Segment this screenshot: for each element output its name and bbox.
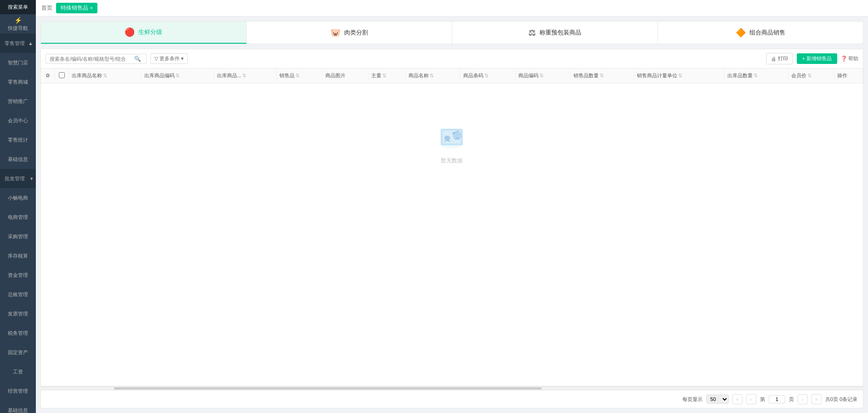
filter-label: 更多条件 (159, 55, 180, 62)
empty-text: 暂无数据 (441, 157, 463, 165)
sidebar-item-ecom-mgmt[interactable]: 电商管理 (0, 207, 36, 227)
print-button[interactable]: 🖨 打印 (766, 53, 793, 64)
sidebar-item-mini-ecom[interactable]: 小畅电商 (0, 188, 36, 207)
search-input[interactable] (50, 56, 132, 62)
sidebar-item-sales-promo[interactable]: 营销推广 (0, 92, 36, 111)
topbar-tab-close-icon[interactable]: × (90, 6, 93, 11)
th-out-goods-code[interactable]: 出库商品编码⇅ (141, 69, 214, 83)
th-member-price[interactable]: 会员价⇅ (789, 69, 834, 83)
th-goods-barcode[interactable]: 商品条码⇅ (460, 69, 516, 83)
horizontal-scrollbar-thumb[interactable] (114, 387, 542, 390)
category-tab-label: 肉类分割 (344, 29, 368, 37)
sort-icon: ⇅ (176, 73, 180, 78)
category-tab-weigh-pack[interactable]: ⚖ 称重预包装商品 (452, 22, 658, 44)
first-page-button[interactable]: « (732, 394, 743, 404)
sidebar-item-member-center[interactable]: 会员中心 (0, 111, 36, 130)
sidebar-item-retail-stats[interactable]: 零售统计 (0, 130, 36, 149)
sidebar-item-wholesale-mgmt[interactable]: 批发管理 ▾ (0, 169, 36, 188)
page-suffix: 页 (789, 396, 794, 403)
next-page-button[interactable]: › (798, 394, 808, 404)
sidebar-item-fixed-assets[interactable]: 固定资产 (0, 343, 36, 362)
search-icon: 🔍 (134, 56, 141, 62)
category-tab-meat-cut[interactable]: 🐷 肉类分割 (247, 22, 453, 44)
sidebar-item-retail-mall[interactable]: 零售商城 (0, 72, 36, 92)
search-box[interactable]: 🔍 (45, 54, 147, 64)
add-button[interactable]: + 新增销售品 (797, 53, 837, 64)
sidebar-item-finance[interactable]: 资金管理 (0, 265, 36, 285)
help-button[interactable]: ❓ 帮助 (841, 55, 858, 62)
empty-state: 暂无数据 (41, 83, 863, 201)
sidebar-item-label: 库存核算 (8, 252, 28, 259)
sidebar-item-basic-info2[interactable]: 基础信息 (0, 401, 36, 413)
th-settings[interactable]: ⚙ (41, 69, 55, 83)
sidebar-item-ops-mgmt[interactable]: 经营管理 (0, 381, 36, 401)
per-page-select[interactable]: 50 10 20 100 (706, 395, 729, 404)
filter-arrow-icon: ▾ (181, 56, 184, 62)
th-out-goods-spec[interactable]: 出库商品...⇅ (214, 69, 276, 83)
sort-icon: ⇅ (382, 73, 386, 78)
sidebar-item-label: 税务管理 (8, 330, 28, 337)
horizontal-scrollbar[interactable] (40, 386, 863, 390)
sort-icon: ⇅ (754, 73, 758, 78)
category-tab-combo-sales[interactable]: 🔶 组合商品销售 (658, 22, 863, 44)
sidebar-item-smart-store[interactable]: 智慧门店 (0, 53, 36, 72)
sidebar-item-invoice-mgmt[interactable]: 发票管理 (0, 304, 36, 323)
per-page-label: 每页显示 (682, 396, 703, 403)
select-all-checkbox[interactable] (59, 72, 65, 78)
last-page-button[interactable]: » (811, 394, 822, 404)
empty-state-icon (433, 120, 470, 152)
toolbar: 🔍 ▽ 更多条件 ▾ 🖨 打印 + 新增销售品 ❓ 帮助 (40, 49, 863, 68)
sidebar-item-label: 零售商城 (8, 79, 28, 86)
sidebar-item-label: 零售统计 (8, 137, 28, 143)
category-tab-fresh-grade[interactable]: 🔴 生鲜分级 (41, 22, 247, 44)
filter-button[interactable]: ▽ 更多条件 ▾ (150, 53, 188, 64)
page-label: 第 (760, 396, 765, 403)
topbar-home[interactable]: 首页 (41, 4, 52, 12)
th-out-goods-name[interactable]: 出库商品名称⇅ (68, 69, 141, 83)
th-sale-qty[interactable]: 销售品数量⇅ (570, 69, 634, 83)
sidebar-item-quick-nav[interactable]: ⚡ 快捷导航 (0, 14, 36, 34)
page-input[interactable] (769, 395, 785, 403)
sort-icon: ⇅ (295, 73, 300, 78)
meat-cut-icon: 🐷 (330, 28, 340, 38)
th-goods-code[interactable]: 商品编码⇅ (515, 69, 570, 83)
th-sale-unit[interactable]: 销售商品计量单位⇅ (634, 69, 725, 83)
th-goods-img: 商品图片 (322, 69, 368, 83)
prev-page-button[interactable]: ‹ (746, 394, 756, 404)
sidebar-item-label: 资金管理 (8, 272, 28, 279)
sidebar-item-purchase-mgmt[interactable]: 采购管理 (0, 227, 36, 246)
sidebar-item-retail-mgmt[interactable]: 零售管理 ▲ (0, 34, 36, 53)
sidebar-item-tax-mgmt[interactable]: 税务管理 (0, 323, 36, 343)
sidebar-logo[interactable]: 搜索菜单 (0, 0, 36, 14)
sort-icon: ⇅ (678, 73, 682, 78)
combo-sales-icon: 🔶 (736, 28, 746, 38)
sort-icon: ⇅ (807, 73, 811, 78)
sidebar-item-general-ledger[interactable]: 总账管理 (0, 285, 36, 304)
sidebar-item-label: 固定资产 (8, 349, 28, 356)
sidebar-item-wages[interactable]: 工资 (0, 362, 36, 381)
sidebar-item-label: 营销推广 (8, 98, 28, 105)
content-area: 🔴 生鲜分级 🐷 肉类分割 ⚖ 称重预包装商品 🔶 组合商品销售 🔍 (36, 17, 868, 413)
sort-icon: ⇅ (539, 73, 544, 78)
th-goods-name[interactable]: 商品名称⇅ (405, 69, 460, 83)
sidebar-item-label: 批发管理 (5, 175, 25, 182)
category-tab-label: 组合商品销售 (749, 29, 785, 37)
category-tab-label: 称重预包装商品 (539, 29, 581, 37)
topbar-active-tab[interactable]: 特殊销售品 × (56, 3, 97, 13)
th-checkbox[interactable] (55, 69, 68, 83)
weigh-pack-icon: ⚖ (528, 28, 536, 38)
sidebar-item-label: 采购管理 (8, 233, 28, 240)
sidebar-item-label: 工资 (13, 368, 23, 375)
sidebar: 搜索菜单 ⚡ 快捷导航 零售管理 ▲ 智慧门店 零售商城 营销推广 会员中心 零… (0, 0, 36, 413)
th-weight[interactable]: 主量⇅ (369, 69, 406, 83)
sidebar-item-inventory[interactable]: 库存核算 (0, 246, 36, 265)
sidebar-item-basic-info[interactable]: 基础信息 (0, 149, 36, 169)
main-content: 首页 特殊销售品 × 🔴 生鲜分级 🐷 肉类分割 ⚖ 称重预包装商品 🔶 组合商… (36, 0, 868, 413)
sidebar-item-label: 基础信息 (8, 156, 28, 163)
sidebar-item-label: 电商管理 (8, 214, 28, 221)
th-sale-goods[interactable]: 销售品⇅ (276, 69, 322, 83)
sidebar-item-label: 发票管理 (8, 310, 28, 317)
topbar-tab-label: 特殊销售品 (61, 4, 88, 12)
sidebar-item-label: 小畅电商 (8, 195, 28, 201)
th-out-qty[interactable]: 出库品数量⇅ (725, 69, 789, 83)
